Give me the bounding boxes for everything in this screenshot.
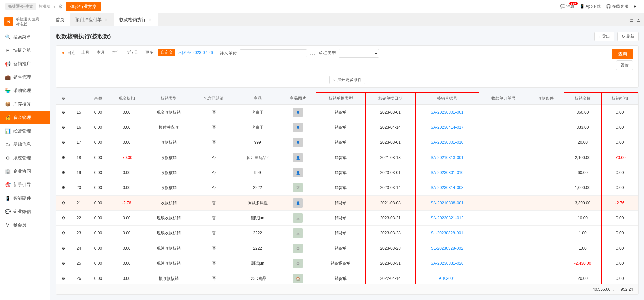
- cell-cancel-no[interactable]: SA-20230301-010: [415, 135, 479, 150]
- user-name[interactable]: Rit: [634, 4, 639, 9]
- cell-settings[interactable]: ⚙: [56, 150, 71, 165]
- sidebar-item-inventory[interactable]: 📦 库存核算: [0, 97, 50, 111]
- cancel-no-link[interactable]: SA-20210813-001: [431, 155, 463, 160]
- cell-settings[interactable]: ⚙: [56, 165, 71, 180]
- query-btn[interactable]: 查询: [612, 49, 633, 59]
- sidebar-item-marketing[interactable]: 📢 营销推广: [0, 57, 50, 71]
- marketing-icon: 📢: [5, 61, 11, 67]
- cell-cancel-no[interactable]: ABC-001: [415, 271, 479, 284]
- tab-prepay-close[interactable]: ✕: [104, 17, 108, 22]
- export-btn[interactable]: ↑ 导出: [594, 32, 614, 41]
- sidebar-item-corp[interactable]: 🏢 企业协同: [0, 165, 50, 178]
- cell-product: 测试多属性: [235, 196, 280, 211]
- table-scroll[interactable]: ⚙ 余额 现金折扣 核销类型 包含已结清 商品 商品图片 核销单据类型 核销单据…: [56, 92, 638, 284]
- cancel-no-link[interactable]: SA-20230331-026: [431, 261, 463, 266]
- sidebar-item-newbie[interactable]: 🎯 新手引导: [0, 178, 50, 191]
- cancel-no-link[interactable]: SA-20230314-008: [431, 185, 463, 190]
- date-btn-custom[interactable]: 自定义: [158, 49, 175, 56]
- cell-cancel-no[interactable]: SA-20210813-001: [415, 150, 479, 165]
- cancel-no-link[interactable]: SA-20230414-017: [431, 125, 463, 130]
- expand-icon: ∨: [333, 78, 336, 82]
- dropdown-arrow[interactable]: ▾: [53, 4, 56, 9]
- cell-cancel-no[interactable]: SA-20230301-010: [415, 165, 479, 180]
- sidebar-item-purchase[interactable]: 🏪 采购管理: [0, 84, 50, 97]
- cell-cash-discount: 0.00: [109, 135, 144, 150]
- sidebar-item-quick[interactable]: ⊟ 快捷导航: [0, 44, 50, 57]
- product-img: 🖼: [293, 183, 303, 192]
- cell-cancel-no[interactable]: SA-20230321-012: [415, 211, 479, 226]
- cell-settings[interactable]: ⚙: [56, 196, 71, 211]
- cell-settings[interactable]: ⚙: [56, 211, 71, 226]
- sidebar-item-system[interactable]: ⚙ 系统管理: [0, 151, 50, 165]
- tab-home[interactable]: 首页: [50, 13, 70, 26]
- tab-minimize-btn[interactable]: ⊟: [629, 16, 634, 23]
- cancel-no-link[interactable]: ABC-001: [439, 276, 455, 281]
- product-img: 👤: [293, 123, 303, 132]
- cell-cancel-no[interactable]: SL-20230328-001: [415, 226, 479, 241]
- sidebar-item-finance[interactable]: 💰 资金管理: [0, 111, 50, 124]
- cell-cancel-no[interactable]: SA-20230331-026: [415, 256, 479, 271]
- cancel-no-link[interactable]: SA-20210808-001: [431, 201, 463, 205]
- cancel-no-link[interactable]: SA-20230301-001: [431, 110, 463, 115]
- cancel-no-link[interactable]: SL-20230328-002: [431, 246, 463, 251]
- cell-cancel-no[interactable]: SA-20230414-017: [415, 120, 479, 135]
- cancel-no-link[interactable]: SA-20230301-010: [431, 140, 463, 145]
- cell-product-img: 🖼: [280, 211, 316, 226]
- date-btn-more[interactable]: 更多: [143, 49, 156, 56]
- cell-cash-discount: 0.00: [109, 226, 144, 241]
- records-table: ⚙ 余额 现金折扣 核销类型 包含已结清 商品 商品图片 核销单据类型 核销单据…: [56, 92, 638, 284]
- date-btn-7days[interactable]: 近7天: [125, 49, 141, 56]
- cell-settings[interactable]: ⚙: [56, 180, 71, 196]
- cell-cancel-no[interactable]: SA-20210808-001: [415, 196, 479, 211]
- tab-collection[interactable]: 收款核销执行 ✕: [114, 13, 158, 26]
- operations-icon: 📊: [5, 128, 11, 134]
- filter-expand-icon[interactable]: »: [61, 50, 64, 56]
- cell-no: 16: [71, 120, 87, 135]
- sidebar-item-vip[interactable]: V 畅会员: [0, 218, 50, 232]
- tab-collection-close[interactable]: ✕: [148, 17, 152, 22]
- cell-settings[interactable]: ⚙: [56, 120, 71, 135]
- tab-maximize-btn[interactable]: ⊡: [636, 16, 641, 23]
- col-settings[interactable]: ⚙: [56, 92, 71, 105]
- cancel-no-link[interactable]: SA-20230301-010: [431, 170, 463, 175]
- sidebar-label-search: 搜索菜单: [13, 34, 31, 40]
- message-badge[interactable]: 💬 消息 99+: [560, 4, 574, 9]
- cell-settings[interactable]: ⚙: [56, 135, 71, 150]
- partner-input[interactable]: [240, 49, 307, 57]
- cell-settings[interactable]: ⚙: [56, 241, 71, 256]
- cell-settings[interactable]: ⚙: [56, 256, 71, 271]
- setting-btn[interactable]: 设置: [616, 60, 633, 70]
- expand-btn[interactable]: ∨ 展开更多条件: [329, 76, 365, 84]
- gear-icon[interactable]: ⚙: [58, 3, 63, 10]
- online-service[interactable]: 🎧 在线客服: [606, 4, 628, 9]
- app-download[interactable]: 📱 App下载: [580, 4, 601, 9]
- cell-settings[interactable]: ⚙: [56, 105, 71, 120]
- cancel-no-link[interactable]: SA-20230321-012: [431, 216, 463, 220]
- date-btn-this-year[interactable]: 本年: [109, 49, 123, 56]
- sidebar-label-finance: 资金管理: [13, 115, 31, 121]
- cell-cancel-discount: 0.00: [601, 120, 638, 135]
- date-btn-last-month[interactable]: 上月: [78, 49, 92, 56]
- sidebar-item-sales[interactable]: 💼 销售管理: [0, 71, 50, 84]
- cell-cancel-no[interactable]: SA-20230301-001: [415, 105, 479, 120]
- sidebar-item-search[interactable]: 🔍 搜索菜单: [0, 30, 50, 44]
- sidebar-item-wechat[interactable]: 💬 企业微信: [0, 205, 50, 218]
- cell-cancel-no[interactable]: SL-20230328-002: [415, 241, 479, 256]
- cell-settings[interactable]: ⚙: [56, 226, 71, 241]
- refresh-btn[interactable]: ↻ 刷新: [617, 32, 639, 41]
- cell-cancel-discount: 0.00: [601, 165, 638, 180]
- cancel-no-link[interactable]: SL-20230328-001: [431, 231, 463, 235]
- cell-cancel-no[interactable]: SA-20230314-008: [415, 180, 479, 196]
- sidebar-item-operations[interactable]: 📊 经营管理: [0, 124, 50, 138]
- sidebar-item-basic[interactable]: 🗂 基础信息: [0, 138, 50, 151]
- date-btn-this-month[interactable]: 本月: [94, 49, 107, 56]
- solution-btn[interactable]: 体验行业方案: [66, 2, 101, 11]
- bill-type-select[interactable]: [339, 49, 379, 58]
- export-icon: ↑: [599, 34, 601, 39]
- cell-balance: 0.00: [87, 256, 109, 271]
- cell-cancel-discount: -2.76: [601, 196, 638, 211]
- vip-icon: V: [5, 222, 11, 228]
- tab-prepay[interactable]: 预付冲应付单 ✕: [70, 13, 114, 26]
- cell-settings[interactable]: ⚙: [56, 271, 71, 284]
- sidebar-item-hardware[interactable]: 📱 智能硬件: [0, 191, 50, 205]
